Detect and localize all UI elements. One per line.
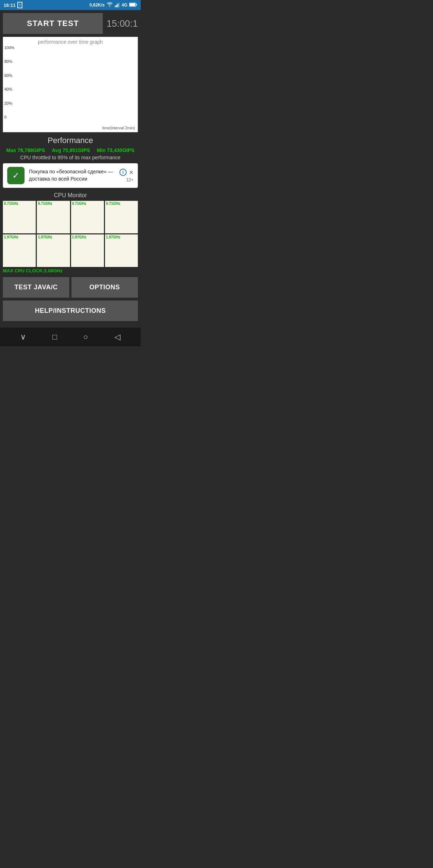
nav-bar: ∨ □ ○ ◁ — [0, 328, 141, 346]
signal-bars-icon — [115, 2, 120, 8]
y-label-100: 100% — [4, 46, 14, 50]
cpu-freq-bot-3: 1.97GHz — [72, 235, 86, 239]
cpu-monitor-title: CPU Monitor — [3, 192, 138, 199]
network-type: 4G — [122, 3, 127, 8]
top-controls: START TEST 15:00:1 — [3, 13, 138, 34]
ad-shield-icon: ✓ — [7, 167, 25, 184]
cpu-bot-3-canvas — [71, 234, 104, 267]
cpu-freq-top-1: 0.71GHz — [4, 202, 18, 206]
nav-down-icon[interactable]: ∨ — [20, 332, 26, 342]
y-label-60: 60% — [4, 73, 14, 78]
nav-back-icon[interactable]: ◁ — [114, 332, 121, 342]
svg-rect-1 — [115, 6, 116, 7]
max-cpu-clock: MAX CPU CLOCK:2.00GHz — [3, 268, 138, 273]
cpu-bot-2-canvas — [37, 234, 70, 267]
cpu-cell-bot-2: 1.97GHz — [37, 234, 70, 267]
cpu-cell-top-2: 0.71GHz — [37, 201, 70, 233]
graph-canvas-wrapper — [16, 46, 136, 125]
time-display: 16:11 — [4, 3, 16, 8]
notification-icon: ! — [17, 2, 22, 8]
nav-recent-icon[interactable]: □ — [52, 332, 57, 342]
battery-icon — [129, 3, 137, 8]
ad-banner[interactable]: ✓ Покупка по «безопасной сделке» — доста… — [3, 163, 138, 188]
start-test-button[interactable]: START TEST — [3, 13, 103, 34]
max-stat: Max 78,788GIPS — [6, 147, 45, 153]
cpu-cell-top-1: 0.71GHz — [3, 201, 36, 233]
svg-rect-7 — [136, 4, 137, 5]
cpu-top-1-canvas — [3, 201, 36, 233]
svg-rect-2 — [116, 5, 117, 7]
cpu-freq-top-3: 0.71GHz — [72, 202, 86, 206]
y-label-0: 0 — [4, 115, 14, 119]
graph-time-label: time(interval 2min) — [4, 125, 136, 131]
svg-rect-6 — [130, 3, 135, 6]
svg-point-0 — [109, 6, 110, 7]
perf-stats: Max 78,788GIPS Avg 75,951GIPS Min 73,430… — [3, 147, 138, 153]
cpu-freq-bot-1: 1.97GHz — [4, 235, 18, 239]
cpu-cell-bot-1: 1.97GHz — [3, 234, 36, 267]
avg-stat: Avg 75,951GIPS — [52, 147, 90, 153]
cpu-freq-top-2: 0.71GHz — [38, 202, 52, 206]
y-label-40: 40% — [4, 87, 14, 91]
cpu-cell-top-3: 0.71GHz — [71, 201, 104, 233]
timer-display: 15:00:1 — [106, 18, 138, 29]
ad-controls: i ✕ 12+ — [119, 169, 134, 182]
nav-home-icon[interactable]: ○ — [83, 332, 88, 342]
throttle-text: CPU throttled to 95% of its max performa… — [3, 155, 138, 160]
bottom-buttons: TEST JAVA/C OPTIONS — [3, 277, 138, 298]
cpu-freq-bot-2: 1.97GHz — [38, 235, 52, 239]
performance-title: Performance — [3, 136, 138, 145]
ad-age-rating: 12+ — [126, 177, 134, 182]
cpu-top-2-canvas — [37, 201, 70, 233]
svg-rect-3 — [117, 4, 118, 7]
ad-info-close: i ✕ — [119, 169, 134, 176]
main-content: START TEST 15:00:1 performance over time… — [0, 10, 141, 328]
cpu-top-4-canvas — [105, 201, 138, 233]
performance-section: Performance Max 78,788GIPS Avg 75,951GIP… — [3, 136, 138, 160]
cpu-monitor-section: CPU Monitor 0.71GHz 0.71GHz 0.71GHz 0.71… — [3, 192, 138, 273]
graph-area: 100% 80% 60% 40% 20% 0 — [4, 46, 136, 125]
test-java-c-button[interactable]: TEST JAVA/C — [3, 277, 69, 298]
y-label-20: 20% — [4, 101, 14, 105]
cpu-bot-1-canvas — [3, 234, 36, 267]
cpu-cell-bot-4: 1.97GHz — [105, 234, 138, 267]
cpu-grid-bottom: 1.97GHz 1.97GHz 1.97GHz 1.97GHz — [3, 234, 138, 267]
ad-info-button[interactable]: i — [119, 169, 127, 176]
graph-y-labels: 100% 80% 60% 40% 20% 0 — [4, 46, 16, 125]
graph-title: performance over time graph — [4, 38, 136, 46]
performance-graph-canvas — [16, 46, 136, 125]
y-label-80: 80% — [4, 59, 14, 64]
ad-close-button[interactable]: ✕ — [129, 169, 134, 176]
performance-graph-container: performance over time graph 100% 80% 60%… — [3, 37, 138, 132]
svg-rect-4 — [118, 3, 119, 7]
cpu-grid-top: 0.71GHz 0.71GHz 0.71GHz 0.71GHz — [3, 201, 138, 233]
help-instructions-button[interactable]: HELP/INSTRUCTIONS — [3, 301, 138, 321]
status-right: 0,62K/s 4G — [89, 2, 137, 8]
cpu-freq-bot-4: 1.97GHz — [106, 235, 120, 239]
network-speed: 0,62K/s — [89, 3, 105, 8]
status-bar: 16:11 ! 0,62K/s 4G — [0, 0, 141, 10]
status-left: 16:11 ! — [4, 2, 22, 8]
wifi-icon — [106, 2, 113, 8]
cpu-bot-4-canvas — [105, 234, 138, 267]
min-stat: Min 73,430GIPS — [97, 147, 134, 153]
cpu-cell-top-4: 0.71GHz — [105, 201, 138, 233]
ad-text: Покупка по «безопасной сделке» — доставк… — [29, 168, 115, 182]
cpu-cell-bot-3: 1.97GHz — [71, 234, 104, 267]
cpu-freq-top-4: 0.71GHz — [106, 202, 120, 206]
cpu-top-3-canvas — [71, 201, 104, 233]
options-button[interactable]: OPTIONS — [71, 277, 138, 298]
